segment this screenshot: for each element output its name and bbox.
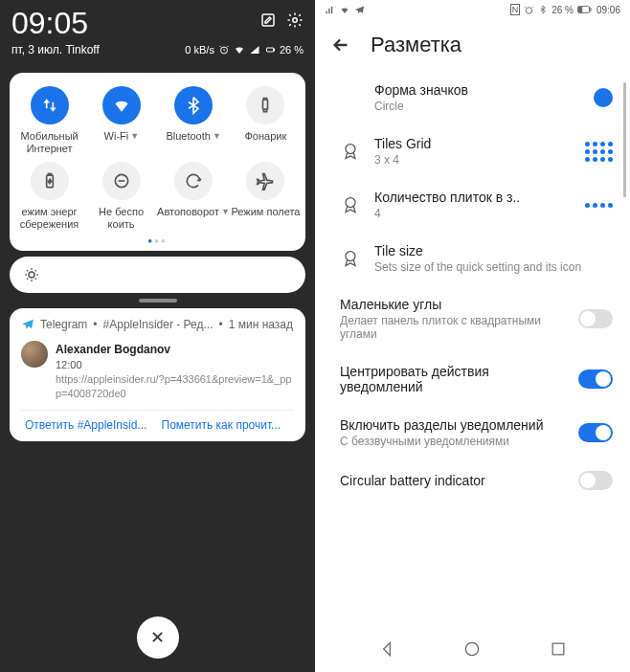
toggle-switch[interactable] (578, 471, 613, 490)
toggle-switch[interactable] (578, 423, 613, 442)
circle-preview-icon (594, 88, 613, 107)
nav-back-icon[interactable] (377, 639, 396, 659)
drag-handle[interactable] (139, 299, 177, 302)
qs-tile-label: Режим полета (230, 206, 302, 218)
settings-list: Форма значков Circle Tiles Grid 3 x 4 (315, 71, 630, 630)
mark-read-action[interactable]: Пометить как прочит... (158, 418, 295, 432)
settings-screen: N 26 % 09:06 Разметка Форма значков Circ… (315, 0, 630, 672)
setting-small-corners[interactable]: Маленькие углы Делает панель плиток с кв… (319, 285, 630, 352)
qs-tile-label: Мобильный Интернет (13, 130, 85, 154)
telegram-icon (354, 5, 365, 15)
notification-card[interactable]: Telegram • #AppleInsider - Ред... • 1 ми… (10, 308, 305, 441)
svg-point-14 (346, 145, 355, 154)
message-link: https://appleinsider.ru/?p=433661&previe… (56, 372, 294, 402)
statusbar-left: 09:05 пт, 3 июл. Tinkoff 0 kB/s 26 % (0, 0, 315, 67)
svg-rect-13 (578, 7, 581, 11)
bt-icon (174, 86, 213, 124)
setting-tile-size[interactable]: Tile size Sets size of the quick setting… (319, 232, 630, 285)
count-preview-icon (585, 203, 613, 208)
toggle-switch[interactable] (578, 370, 613, 389)
notification-shade: 09:05 пт, 3 июл. Tinkoff 0 kB/s 26 % Моб… (0, 0, 315, 672)
clock: 09:05 (11, 6, 88, 41)
toggle-switch[interactable] (578, 309, 613, 328)
svg-point-10 (526, 7, 531, 12)
wifi-icon (234, 44, 245, 56)
qs-tile-label: Фонарик (230, 130, 302, 143)
statusbar-right: N 26 % 09:06 (315, 0, 630, 19)
qs-tile-plane[interactable]: Режим полета (230, 158, 302, 234)
gear-icon[interactable] (286, 11, 304, 29)
dnd-icon (102, 162, 141, 200)
notification-sender: Alexander Bogdanov (56, 343, 294, 356)
svg-point-9 (29, 272, 34, 278)
setting-circular-battery[interactable]: Circular battery indicator (319, 459, 630, 502)
svg-rect-0 (262, 14, 274, 26)
page-header: Разметка (315, 19, 630, 71)
qs-tile-label: Автоповорот ▼ (157, 206, 230, 218)
qs-tile-label: Не беспо коить (85, 206, 157, 230)
qs-tile-bt[interactable]: Bluetooth ▼ (158, 82, 230, 158)
wifi-icon (102, 86, 141, 124)
svg-point-17 (466, 642, 479, 655)
status-icons: 0 kB/s 26 % (185, 44, 304, 56)
message-time: 12:00 (56, 358, 294, 372)
battery-icon (264, 44, 276, 56)
battery-icon (577, 5, 593, 14)
svg-point-16 (346, 252, 355, 261)
setting-notif-sections[interactable]: Включить разделы уведомлений С беззвучны… (319, 406, 630, 459)
page-title: Разметка (371, 33, 461, 57)
qs-tile-data[interactable]: Мобильный Интернет (13, 82, 85, 158)
notification-header: Telegram • #AppleInsider - Ред... • 1 ми… (21, 318, 294, 331)
navigation-bar (315, 630, 630, 672)
flash-icon (246, 86, 284, 124)
qs-tile-wifi[interactable]: Wi-Fi ▼ (85, 82, 157, 158)
badge-icon (340, 195, 361, 214)
qs-tile-rotate[interactable]: Автоповорот ▼ (157, 158, 230, 234)
quick-settings-panel: Мобильный ИнтернетWi-Fi ▼Bluetooth ▼Фона… (10, 73, 305, 251)
svg-rect-4 (273, 49, 274, 51)
bluetooth-icon (538, 5, 548, 14)
svg-rect-3 (266, 48, 273, 52)
close-icon: ✕ (150, 627, 165, 648)
badge-icon (340, 249, 361, 268)
qs-tile-label: Wi-Fi ▼ (85, 130, 157, 143)
nfc-icon: N (510, 4, 521, 15)
wifi-icon (339, 4, 350, 15)
svg-rect-18 (552, 643, 564, 655)
close-button[interactable]: ✕ (137, 616, 179, 659)
batt-icon (31, 162, 69, 200)
alarm-icon (524, 5, 534, 15)
setting-icon-shape[interactable]: Форма значков Circle (319, 71, 630, 124)
signal-icon (249, 44, 260, 56)
qs-tile-flash[interactable]: Фонарик (230, 82, 302, 158)
rotate-icon (174, 162, 213, 200)
qs-tile-batt[interactable]: eжим энерг сбережения (13, 158, 85, 234)
page-indicator: ●●● (13, 235, 302, 245)
scrollbar[interactable] (623, 82, 626, 197)
brightness-slider[interactable] (10, 257, 305, 293)
grid-preview-icon (585, 142, 613, 162)
badge-icon (340, 142, 361, 161)
svg-rect-7 (48, 174, 51, 176)
date-label: пт, 3 июл. Tinkoff (11, 43, 100, 56)
nav-home-icon[interactable] (462, 639, 482, 659)
edit-icon[interactable] (259, 11, 277, 29)
svg-rect-12 (590, 9, 591, 11)
qs-tile-label: eжим энерг сбережения (13, 206, 85, 230)
qs-tile-dnd[interactable]: Не беспо коить (85, 158, 157, 234)
svg-rect-5 (263, 100, 268, 109)
avatar (21, 341, 48, 368)
alarm-icon (218, 44, 230, 56)
signal-icon (325, 5, 335, 15)
qs-tile-label: Bluetooth ▼ (158, 130, 230, 143)
svg-point-15 (346, 198, 355, 208)
brightness-icon (23, 266, 40, 283)
setting-tiles-grid[interactable]: Tiles Grid 3 x 4 (319, 124, 630, 178)
data-icon (31, 86, 69, 124)
nav-recents-icon[interactable] (549, 639, 568, 659)
setting-tile-count[interactable]: Количество плиток в з.. 4 (319, 178, 630, 232)
reply-action[interactable]: Ответить #AppleInsid... (21, 418, 158, 432)
back-icon[interactable] (330, 34, 351, 56)
svg-point-1 (293, 18, 298, 23)
setting-center-actions[interactable]: Центрировать действия уведомлений (319, 352, 630, 406)
